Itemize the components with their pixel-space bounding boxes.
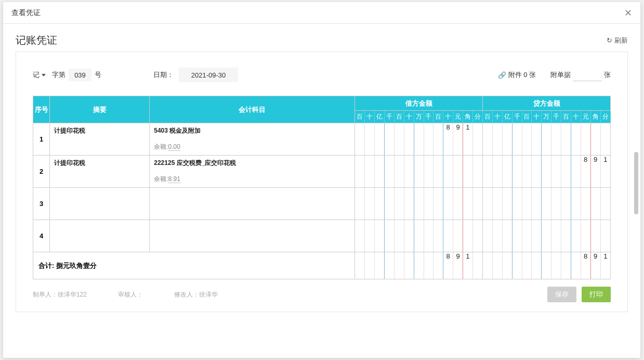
digit-cell[interactable] [385,156,395,188]
digit-cell[interactable] [394,252,404,279]
digit-cell[interactable]: 9 [453,252,463,279]
close-icon[interactable]: ✕ [624,8,632,18]
digit-cell[interactable] [453,188,463,220]
row-summary[interactable]: 计提印花税 [50,156,150,188]
digit-cell[interactable] [571,123,581,156]
digit-cell[interactable] [571,252,581,279]
row-summary[interactable]: 计提印花税 [50,123,150,156]
digit-cell[interactable] [542,123,551,156]
digit-cell[interactable]: 1 [600,252,611,279]
digit-cell[interactable]: 8 [443,252,453,279]
digit-cell[interactable] [404,156,414,188]
digit-cell[interactable] [522,123,532,156]
digit-cell[interactable] [551,123,561,156]
digit-cell[interactable] [394,220,404,252]
digit-cell[interactable] [551,156,561,188]
digit-cell[interactable] [600,123,611,156]
digit-cell[interactable] [414,188,424,220]
digit-cell[interactable] [453,156,463,188]
digit-cell[interactable] [385,252,395,279]
digit-cell[interactable] [571,188,581,220]
digit-cell[interactable] [502,156,512,188]
digit-cell[interactable] [433,188,443,220]
digit-cell[interactable] [463,220,473,252]
digit-cell[interactable] [483,220,493,252]
digit-cell[interactable] [581,220,590,252]
digit-cell[interactable] [483,156,493,188]
digit-cell[interactable] [355,156,365,188]
digit-cell[interactable] [532,156,542,188]
digit-cell[interactable] [375,252,385,279]
digit-cell[interactable] [375,188,385,220]
digit-cell[interactable] [502,188,512,220]
scrollbar-thumb[interactable] [634,152,638,214]
digit-cell[interactable] [492,156,502,188]
digit-cell[interactable] [492,123,502,156]
digit-cell[interactable] [502,252,512,279]
digit-cell[interactable] [532,188,542,220]
digit-cell[interactable] [355,123,365,156]
digit-cell[interactable] [385,220,395,252]
digit-cell[interactable] [502,220,512,252]
digit-cell[interactable] [385,123,395,156]
digit-cell[interactable] [581,123,590,156]
digit-cell[interactable] [463,156,473,188]
digit-cell[interactable] [542,156,551,188]
digit-cell[interactable] [561,156,571,188]
row-summary[interactable] [50,188,150,220]
digit-cell[interactable] [385,188,395,220]
print-button[interactable]: 打印 [582,287,611,302]
digit-cell[interactable] [571,220,581,252]
digit-cell[interactable] [394,188,404,220]
digit-cell[interactable]: 9 [590,252,600,279]
attach-bill-input[interactable] [573,69,602,81]
digit-cell[interactable]: 9 [453,123,463,156]
digit-cell[interactable] [424,123,433,156]
digit-cell[interactable] [443,188,453,220]
digit-cell[interactable] [463,188,473,220]
digit-cell[interactable] [472,123,482,156]
digit-cell[interactable] [561,220,571,252]
digit-cell[interactable] [424,252,433,279]
digit-cell[interactable]: 8 [443,123,453,156]
digit-cell[interactable] [404,123,414,156]
digit-cell[interactable] [433,123,443,156]
digit-cell[interactable] [453,220,463,252]
digit-cell[interactable] [542,188,551,220]
digit-cell[interactable]: 1 [463,252,473,279]
save-button[interactable]: 保存 [547,287,576,302]
digit-cell[interactable] [492,252,502,279]
digit-cell[interactable] [590,123,600,156]
digit-cell[interactable] [424,156,433,188]
digit-cell[interactable] [561,123,571,156]
digit-cell[interactable] [365,220,375,252]
digit-cell[interactable] [551,252,561,279]
digit-cell[interactable] [472,252,482,279]
digit-cell[interactable] [404,252,414,279]
digit-cell[interactable] [590,188,600,220]
digit-cell[interactable] [433,220,443,252]
digit-cell[interactable]: 8 [581,252,590,279]
digit-cell[interactable] [424,220,433,252]
digit-cell[interactable] [600,188,611,220]
digit-cell[interactable]: 1 [600,156,611,188]
digit-cell[interactable] [492,188,502,220]
digit-cell[interactable] [512,156,522,188]
digit-cell[interactable] [590,220,600,252]
digit-cell[interactable] [512,188,522,220]
date-input[interactable] [179,68,238,82]
digit-cell[interactable] [551,220,561,252]
digit-cell[interactable] [561,252,571,279]
digit-cell[interactable] [433,156,443,188]
digit-cell[interactable] [512,220,522,252]
digit-cell[interactable] [512,123,522,156]
digit-cell[interactable] [472,220,482,252]
digit-cell[interactable] [414,156,424,188]
digit-cell[interactable] [600,220,611,252]
row-subject[interactable] [150,188,355,220]
digit-cell[interactable] [355,220,365,252]
digit-cell[interactable] [404,220,414,252]
digit-cell[interactable] [571,156,581,188]
row-subject[interactable] [150,220,355,252]
row-subject[interactable]: 5403 税金及附加余额:0.00 [150,123,355,156]
